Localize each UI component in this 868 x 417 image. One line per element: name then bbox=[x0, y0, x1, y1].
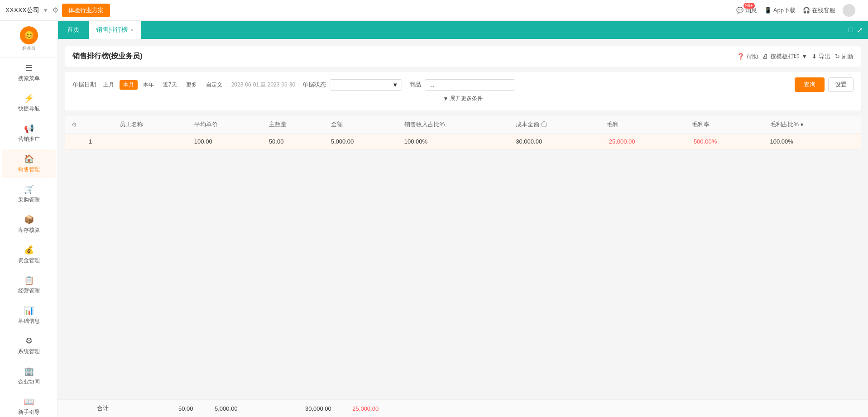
expand-more-filters[interactable]: ▼ 展开更多条件 bbox=[72, 92, 854, 105]
print-dropdown-icon: ▼ bbox=[801, 53, 807, 60]
table-section: ⚙ 员工名称 平均单价 主数量 全额 销售收入占比% 成本全额 ⓘ 毛利 bbox=[65, 116, 861, 150]
query-button[interactable]: 查询 bbox=[795, 77, 825, 92]
table-header-avg-price: 平均单价 bbox=[189, 116, 264, 134]
quick-nav-icon: ⚡ bbox=[24, 93, 34, 103]
date-pills: 上月 本月 本年 近7天 更多 自定义 bbox=[100, 80, 226, 90]
tab-minimize-icon[interactable]: □ bbox=[849, 26, 853, 34]
filter-row: 单据日期 上月 本月 本年 近7天 更多 自定义 2023-06-01 至 20… bbox=[72, 77, 854, 92]
logo-emoji: 😊 bbox=[24, 30, 34, 40]
date-pill-custom[interactable]: 自定义 bbox=[202, 80, 226, 90]
table-header-gross-profit: 毛利 bbox=[601, 116, 686, 134]
sidebar-logo: 😊 标准版 bbox=[0, 21, 58, 58]
mobile-icon: 📱 bbox=[764, 7, 772, 14]
app-download-button[interactable]: 📱 App下载 bbox=[764, 6, 796, 14]
row-gross-rate: -500.00% bbox=[686, 134, 765, 150]
print-icon: 🖨 bbox=[762, 53, 768, 60]
basic-info-icon: 📊 bbox=[24, 306, 34, 316]
date-filter: 单据日期 上月 本月 本年 近7天 更多 自定义 2023-06-01 至 20… bbox=[72, 80, 295, 90]
headset-icon: 🎧 bbox=[803, 7, 810, 14]
topbar-right: 💬 消息 99+ 📱 App下载 🎧 在线客服 bbox=[736, 4, 863, 17]
row-gross-ratio: 100.00% bbox=[765, 134, 861, 150]
tab-sales-rank[interactable]: 销售排行榜 × bbox=[89, 21, 141, 39]
table-header-cost: 成本全额 ⓘ bbox=[510, 116, 601, 134]
enterprise-icon: 🏢 bbox=[24, 366, 34, 376]
logo-subtitle: 标准版 bbox=[22, 45, 36, 52]
print-label: 按模板打印 bbox=[770, 53, 800, 61]
sales-icon: 🏠 bbox=[24, 154, 34, 164]
sidebar-item-sales[interactable]: 🏠 销售管理 bbox=[2, 149, 56, 178]
help-icon: ❓ bbox=[737, 53, 744, 60]
print-button[interactable]: 🖨 按模板打印 ▼ bbox=[762, 53, 807, 61]
date-pill-7days[interactable]: 近7天 bbox=[159, 80, 181, 90]
table-header-sales-ratio: 销售收入占比% bbox=[399, 116, 511, 134]
tab-expand-icon[interactable]: ⤢ bbox=[857, 26, 863, 34]
sidebar-item-inventory[interactable]: 📦 库存核算 bbox=[2, 210, 56, 239]
goods-input[interactable]: … bbox=[425, 79, 515, 91]
sidebar-item-label: 企业协同 bbox=[18, 378, 40, 386]
table-header-quantity: 主数量 bbox=[264, 116, 326, 134]
logo-icon: 😊 bbox=[20, 26, 38, 44]
status-select-arrow: ▼ bbox=[392, 81, 398, 88]
message-button[interactable]: 💬 消息 99+ bbox=[736, 6, 757, 14]
date-filter-label: 单据日期 bbox=[72, 81, 96, 89]
table-header-row: ⚙ 员工名称 平均单价 主数量 全额 销售收入占比% 成本全额 ⓘ 毛利 bbox=[65, 116, 861, 134]
refresh-label: 刷新 bbox=[842, 53, 854, 61]
operation-icon: 📋 bbox=[24, 275, 34, 285]
export-button[interactable]: ⬇ 导出 bbox=[812, 53, 830, 61]
date-pill-this-month[interactable]: 本月 bbox=[120, 80, 138, 90]
page-actions: ❓ 帮助 🖨 按模板打印 ▼ ⬇ 导出 ↻ bbox=[737, 53, 854, 61]
row-sales-ratio: 100.00% bbox=[399, 134, 511, 150]
table-header-settings[interactable]: ⚙ bbox=[65, 116, 83, 134]
sidebar-item-label: 搜索菜单 bbox=[18, 75, 40, 82]
table-header-employee: 员工名称 bbox=[114, 116, 189, 134]
footer-quantity: 50.00 bbox=[178, 405, 215, 412]
table-header-amount: 全额 bbox=[326, 116, 399, 134]
date-pill-more[interactable]: 更多 bbox=[182, 80, 201, 90]
export-label: 导出 bbox=[819, 53, 830, 61]
date-range: 2023-06-01 至 2023-06-30 bbox=[231, 81, 295, 89]
expand-arrow-icon: ▼ bbox=[443, 96, 449, 102]
sidebar-item-quick-nav[interactable]: ⚡ 快捷导航 bbox=[2, 89, 56, 117]
sidebar-item-search-order[interactable]: ☰ 搜索菜单 bbox=[2, 58, 56, 87]
date-pill-last-month[interactable]: 上月 bbox=[100, 80, 118, 90]
row-amount: 5,000.00 bbox=[326, 134, 399, 150]
sidebar-item-finance[interactable]: 💰 资金管理 bbox=[2, 240, 56, 269]
main-layout: 😊 标准版 ☰ 搜索菜单 ⚡ 快捷导航 📢 营销推广 🏠 销售管理 🛒 bbox=[0, 21, 868, 417]
expand-label: 展开更多条件 bbox=[450, 95, 483, 102]
settings-button[interactable]: 设置 bbox=[828, 77, 854, 92]
sidebar-item-guide[interactable]: 📖 新手引导 bbox=[2, 392, 56, 417]
row-settings bbox=[65, 134, 83, 150]
trial-button[interactable]: 体验行业方案 bbox=[62, 4, 110, 17]
sidebar-item-label: 资金管理 bbox=[18, 257, 40, 264]
sidebar-item-operation[interactable]: 📋 经营管理 bbox=[2, 271, 56, 299]
avatar[interactable] bbox=[843, 4, 855, 17]
tab-bar: 首页 销售排行榜 × □ ⤢ bbox=[58, 21, 868, 39]
sidebar-item-label: 经营管理 bbox=[18, 287, 40, 295]
refresh-button[interactable]: ↻ 刷新 bbox=[835, 53, 854, 61]
message-badge: 99+ bbox=[743, 3, 755, 9]
tab-close-icon[interactable]: × bbox=[130, 27, 134, 33]
sidebar-item-marketing[interactable]: 📢 营销推广 bbox=[2, 119, 56, 148]
sidebar-item-system[interactable]: ⚙ 系统管理 bbox=[2, 331, 56, 360]
sidebar-item-purchase[interactable]: 🛒 采购管理 bbox=[2, 180, 56, 208]
sidebar-item-label: 系统管理 bbox=[18, 348, 40, 355]
refresh-icon: ↻ bbox=[835, 53, 840, 60]
sidebar-item-basic-info[interactable]: 📊 基础信息 bbox=[2, 301, 56, 330]
row-avg-price: 100.00 bbox=[189, 134, 264, 150]
company-dropdown-icon[interactable]: ▼ bbox=[43, 7, 48, 14]
date-pill-this-year[interactable]: 本年 bbox=[139, 80, 158, 90]
help-button[interactable]: ❓ 帮助 bbox=[737, 53, 758, 61]
topbar-gear-icon[interactable]: ⚙ bbox=[52, 6, 58, 14]
table-wrapper: ⚙ 员工名称 平均单价 主数量 全额 销售收入占比% 成本全额 ⓘ 毛利 bbox=[65, 116, 861, 150]
table-header-index bbox=[83, 116, 114, 134]
status-select[interactable]: ▼ bbox=[330, 79, 402, 91]
online-service-button[interactable]: 🎧 在线客服 bbox=[803, 6, 835, 14]
table-header-gross-rate: 毛利率 bbox=[686, 116, 765, 134]
help-label: 帮助 bbox=[746, 53, 758, 61]
sidebar: 😊 标准版 ☰ 搜索菜单 ⚡ 快捷导航 📢 营销推广 🏠 销售管理 🛒 bbox=[0, 21, 58, 417]
footer-label: 合计 bbox=[97, 404, 142, 412]
tab-home[interactable]: 首页 bbox=[58, 21, 89, 39]
row-quantity: 50.00 bbox=[264, 134, 326, 150]
topbar: XXXXX公司 ▼ ⚙ 体验行业方案 💬 消息 99+ 📱 App下载 🎧 在线… bbox=[0, 0, 868, 21]
sidebar-item-enterprise[interactable]: 🏢 企业协同 bbox=[2, 362, 56, 390]
